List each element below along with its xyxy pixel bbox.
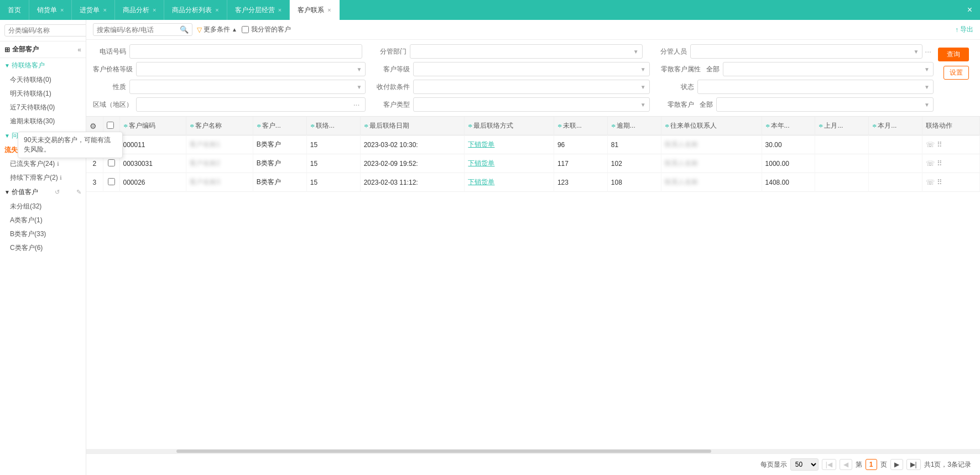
cell-person-blurred-2: 联系人名称 — [665, 178, 698, 186]
first-page-btn[interactable]: |◀ — [822, 459, 836, 470]
sidebar-item-unclassified[interactable]: 未分组(32) — [0, 200, 86, 213]
cell-uncontacted-0: 96 — [554, 135, 607, 154]
toolbar-search-icon[interactable]: 🔍 — [180, 25, 189, 34]
tab-analysis-close[interactable]: × — [153, 7, 156, 13]
table-settings-icon[interactable]: ⚙ — [90, 122, 97, 131]
tab-purchase[interactable]: 进货单 × — [72, 0, 114, 20]
more-filter-btn[interactable]: ▽ 更多条件 ▲ — [197, 25, 237, 34]
filter-nature-label: 性质 — [93, 82, 126, 92]
tab-purchase-label: 进货单 — [80, 6, 100, 15]
filter-zero-attr-select[interactable]: ▼ — [723, 62, 934, 76]
cell-method-0[interactable]: 下销货单 — [465, 135, 554, 154]
sidebar-group-pending[interactable]: ▼ 待联络客户 — [0, 58, 86, 73]
toolbar-search-input[interactable] — [97, 26, 178, 34]
tab-sales[interactable]: 销货单 × — [29, 0, 72, 20]
cell-name-2: 客户名称3 — [186, 173, 253, 192]
filter-more-1[interactable]: ··· — [922, 47, 934, 56]
filter-status-select[interactable]: ▼ — [697, 80, 934, 94]
horizontal-scrollbar[interactable] — [86, 449, 980, 453]
sidebar-group-pending-label: 待联络客户 — [12, 61, 45, 70]
cell-person-0: 联系人名称 — [661, 135, 762, 154]
col-type: ≑客户... — [253, 117, 306, 135]
sidebar-search-input[interactable] — [4, 24, 86, 36]
tab-sales-close[interactable]: × — [60, 7, 64, 13]
action-more-1[interactable]: ⠿ — [937, 159, 942, 168]
action-phone-2[interactable]: ☏ — [926, 178, 935, 186]
tab-home[interactable]: 首页 — [0, 0, 29, 20]
filter-level-select[interactable]: ▼ — [413, 62, 649, 76]
action-more-0[interactable]: ⠿ — [937, 140, 942, 149]
col-code-sort: ≑ — [123, 123, 128, 129]
sidebar-item-7days[interactable]: 近7天待联络(0) — [0, 101, 86, 114]
filter-level-arrow: ▼ — [640, 66, 646, 72]
my-customer-checkbox[interactable] — [242, 26, 249, 33]
tab-analysis[interactable]: 商品分析 × — [115, 0, 164, 20]
filter-nature-select[interactable]: ▼ — [129, 80, 366, 94]
value-refresh-icon[interactable]: ↺ — [55, 189, 60, 196]
filter-payment-select[interactable]: ▼ — [413, 80, 649, 94]
col-uncontacted: ≑未联... — [554, 117, 607, 135]
filter-type-select[interactable]: ▼ — [413, 97, 649, 112]
sidebar-group-value[interactable]: ▼ 价值客户 ↺ ✎ — [0, 185, 86, 200]
filter-nature: 性质 ▼ — [93, 80, 366, 94]
more-filter-arrow: ▲ — [232, 27, 237, 33]
tab-customer-tier-close[interactable]: × — [278, 7, 282, 13]
toolbar: 🔍 ▽ 更多条件 ▲ 我分管的客户 ↑ 导出 — [86, 20, 980, 40]
cell-index-2: 3 — [86, 173, 103, 192]
sidebar-item-tomorrow[interactable]: 明天待联络(1) — [0, 87, 86, 101]
query-button[interactable]: 查询 — [938, 48, 969, 61]
settings-button[interactable]: 设置 — [943, 66, 969, 80]
data-table: ⚙ ≑客户编码 ≑客户名称 ≑客户... ≑联络... ≑最后联络日期 ≑最后联… — [86, 117, 980, 192]
tab-analysis-list[interactable]: 商品分析列表 × — [164, 0, 227, 20]
cell-overdue-2: 108 — [607, 173, 661, 192]
cell-uncontacted-1: 117 — [554, 154, 607, 173]
tab-customer-contact-close[interactable]: × — [327, 7, 331, 13]
filter-icon: ▽ — [197, 26, 202, 34]
sidebar-item-b-class[interactable]: B类客户(33) — [0, 227, 86, 241]
sidebar-item-declining[interactable]: 持续下滑客户(2) ℹ — [0, 171, 86, 185]
tab-customer-tier[interactable]: 客户分层经营 × — [227, 0, 290, 20]
filter-region-more[interactable]: ··· — [351, 100, 362, 109]
tab-bar-close-all[interactable]: × — [960, 5, 980, 15]
cell-person-1: 联系人名称 — [661, 154, 762, 173]
export-button[interactable]: ↑ 导出 — [955, 25, 973, 34]
sidebar-item-overdue[interactable]: 逾期未联络(30) — [0, 114, 86, 128]
tab-customer-tier-label: 客户分层经营 — [235, 6, 275, 15]
select-all-checkbox[interactable] — [107, 122, 114, 129]
row-checkbox-1[interactable] — [108, 159, 115, 166]
filter-region-select[interactable]: ··· — [136, 97, 366, 112]
sidebar-collapse-icon[interactable]: « — [77, 46, 81, 54]
filter-phone-input[interactable] — [129, 44, 362, 59]
filter-zero-customer-select[interactable]: ▼ — [716, 97, 934, 112]
tab-sales-label: 销货单 — [37, 6, 57, 15]
cell-method-1[interactable]: 下销货单 — [465, 154, 554, 173]
value-edit-icon[interactable]: ✎ — [76, 189, 81, 196]
tab-customer-contact[interactable]: 客户联系 × — [290, 0, 339, 20]
next-page-btn[interactable]: ▶ — [890, 459, 903, 470]
filter-price-level-select[interactable]: ▼ — [136, 62, 366, 76]
tab-purchase-close[interactable]: × — [103, 7, 106, 13]
filter-zero-attr-arrow: ▼ — [924, 66, 930, 72]
action-phone-1[interactable]: ☏ — [926, 159, 935, 168]
cell-method-2[interactable]: 下销货单 — [465, 173, 554, 192]
sidebar-item-churned[interactable]: 已流失客户(24) ℹ — [0, 157, 86, 171]
my-customer-checkbox-area[interactable]: 我分管的客户 — [242, 25, 291, 34]
sidebar-item-c-class[interactable]: C类客户(6) — [0, 241, 86, 255]
filter-person: 分管人员 ▼ — [654, 44, 923, 59]
cell-date-2: 2023-02-03 11:12: — [360, 173, 465, 192]
action-more-2[interactable]: ⠿ — [937, 178, 942, 186]
last-page-btn[interactable]: ▶| — [906, 459, 921, 470]
row-checkbox-2[interactable] — [108, 178, 115, 185]
cell-contact-1: 15 — [306, 154, 360, 173]
filter-person-select[interactable]: ▼ — [690, 44, 923, 59]
per-page-select[interactable]: 50 100 — [790, 458, 819, 471]
filter-payment-label: 收付款条件 — [377, 82, 410, 92]
tab-analysis-list-close[interactable]: × — [215, 7, 218, 13]
prev-page-btn[interactable]: ◀ — [840, 459, 852, 470]
action-phone-0[interactable]: ☏ — [926, 140, 935, 149]
filter-dept-select[interactable]: ▼ — [410, 44, 643, 59]
sidebar-item-a-class[interactable]: A类客户(1) — [0, 213, 86, 227]
sidebar-all-customers-header[interactable]: ⊞ 全部客户 « — [0, 41, 86, 58]
col-code: ≑客户编码 — [119, 117, 186, 135]
sidebar-item-today[interactable]: 今天待联络(0) — [0, 73, 86, 87]
